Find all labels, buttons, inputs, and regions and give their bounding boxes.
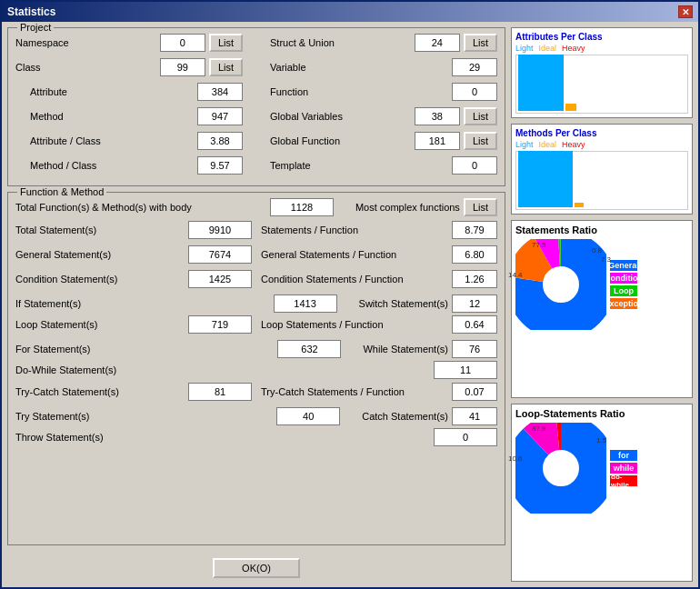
dowhile-value: 11 [434, 361, 497, 379]
legend-for: for [610, 450, 637, 461]
template-label: Template [270, 160, 311, 171]
try-statements-label: Try Statement(s) [15, 411, 90, 422]
methods-bar-chart [515, 151, 688, 210]
function-value: 0 [452, 83, 497, 101]
global-variables-list-button[interactable]: List [464, 107, 497, 125]
loop-legend: for while do-while [610, 450, 637, 486]
meth-ideal-label: Ideal [539, 140, 557, 149]
method-label: Method [15, 111, 64, 122]
trycatch-function-row: Try-Catch Statements / Function 0.07 [261, 383, 497, 401]
loop-dowhile-pct: 1.5 [596, 436, 606, 444]
loop-statements-function-label: Loop Statements / Function [261, 319, 384, 330]
legend-loop: Loop [610, 285, 637, 296]
legend-dowhile: do-while [610, 475, 637, 486]
statements-ratio-title: Statements Ratio [515, 225, 688, 235]
attr-bar-light [518, 55, 564, 111]
meth-light-label: Light [515, 140, 534, 149]
struct-union-list-button[interactable]: List [464, 34, 497, 52]
most-complex-label: Most complex functions [355, 202, 460, 213]
total-fm-label: Total Function(s) & Method(s) with body [15, 202, 192, 213]
statements-function-label: Statements / Function [261, 225, 358, 235]
function-label: Function [270, 86, 308, 97]
window-title: Statistics [7, 5, 55, 18]
global-function-list-button[interactable]: List [464, 132, 497, 150]
method-class-label: Method / Class [15, 160, 96, 171]
legend-loop-color: Loop [610, 285, 637, 296]
legend-condition: Condition [610, 273, 637, 284]
attributes-chart-labels: Light Ideal Heavy [515, 44, 688, 53]
most-complex-list-button[interactable]: List [464, 198, 497, 216]
class-value: 99 [160, 58, 205, 76]
class-row: Class 99 List [15, 58, 243, 76]
method-value: 947 [197, 107, 243, 125]
ok-button[interactable]: OK(O) [213, 558, 300, 578]
function-row: Function 0 [270, 83, 497, 101]
throw-label: Throw Statement(s) [15, 432, 104, 443]
class-list-button[interactable]: List [209, 58, 243, 76]
attribute-value: 384 [197, 83, 243, 101]
attribute-class-row: Attribute / Class 3.88 [15, 132, 243, 150]
struct-union-label: Struct & Union [270, 37, 335, 48]
condition-statements-row: Condition Statement(s) 1425 [15, 270, 252, 288]
methods-per-class-title: Methods Per Class [515, 128, 688, 138]
function-method-group: Function & Method Total Function(s) & Me… [7, 192, 505, 545]
namespace-list-button[interactable]: List [209, 34, 243, 52]
struct-union-value: 24 [415, 34, 460, 52]
general-statements-function-value: 6.80 [452, 245, 497, 264]
stmt-loop-pct: 0.8 [592, 246, 602, 255]
global-function-label: Global Function [270, 135, 340, 146]
namespace-value: 0 [160, 34, 205, 52]
function-method-label: Function & Method [17, 186, 106, 197]
loop-ratio-title: Loop-Statements Ratio [515, 408, 688, 419]
general-statements-value: 7674 [188, 245, 252, 264]
namespace-row: Namespace 0 List [15, 34, 243, 52]
right-panel: Attributes Per Class Light Ideal Heavy M… [511, 27, 693, 582]
loop-statements-label: Loop Statement(s) [15, 319, 98, 330]
trycatch-function-value: 0.07 [452, 383, 497, 401]
variable-row: Variable 29 [270, 58, 497, 76]
attributes-per-class-title: Attributes Per Class [515, 32, 688, 42]
legend-dowhile-color: do-while [610, 475, 637, 486]
while-statements-label: While Statement(s) [363, 344, 448, 354]
loop-ratio-area: 87.9 10.6 1.5 for while [515, 423, 688, 514]
meth-heavy-label: Heavy [562, 140, 585, 149]
while-statements-value: 76 [452, 340, 497, 358]
total-statements-label: Total Statement(s) [15, 225, 96, 235]
global-variables-label: Global Variables [270, 111, 343, 122]
attribute-class-label: Attribute / Class [15, 135, 101, 146]
method-class-value: 9.57 [197, 156, 243, 175]
if-statements-value: 1413 [274, 294, 337, 313]
struct-union-row: Struct & Union 24 List [270, 34, 497, 52]
dowhile-row: Do-While Statement(s) 11 [15, 361, 497, 379]
left-panel: Project Namespace 0 List Class [7, 27, 505, 582]
class-label: Class [15, 62, 41, 73]
legend-exception: Exception [610, 298, 637, 309]
try-statements-value: 40 [276, 407, 340, 425]
methods-per-class-box: Methods Per Class Light Ideal Heavy [511, 124, 693, 215]
loop-statements-value: 719 [188, 315, 252, 334]
close-button[interactable]: ✕ [678, 5, 693, 18]
trycatch-function-label: Try-Catch Statements / Function [261, 386, 405, 397]
total-fm-value: 1128 [270, 198, 334, 216]
condition-statements-function-value: 1.26 [452, 270, 497, 288]
general-statements-function-label: General Statements / Function [261, 249, 396, 260]
statements-pie-chart: 77.5 7.3 0.8 14.4 [515, 239, 606, 330]
statements-ratio-box: Statements Ratio 77.5 [511, 220, 693, 398]
attribute-class-value: 3.88 [197, 132, 243, 150]
statistics-window: Statistics ✕ Project Namespace 0 List [0, 0, 700, 589]
project-group: Project Namespace 0 List Class [7, 27, 505, 186]
variable-value: 29 [452, 58, 497, 76]
loop-for-pct: 87.9 [532, 424, 546, 433]
attr-ideal-label: Ideal [539, 44, 557, 53]
variable-label: Variable [270, 62, 306, 73]
throw-row: Throw Statement(s) 0 [15, 428, 497, 446]
global-variables-value: 38 [415, 107, 460, 125]
attribute-row: Attribute 384 [15, 83, 243, 101]
switch-statements-label: Switch Statement(s) [359, 298, 448, 309]
statements-ratio-area: 77.5 7.3 0.8 14.4 General [515, 239, 688, 330]
general-statements-row: General Statement(s) 7674 [15, 245, 252, 264]
statements-legend: General Condition Loop [610, 260, 637, 309]
meth-bar-light [518, 151, 573, 207]
title-bar: Statistics ✕ [2, 2, 698, 22]
loop-statements-function-row: Loop Statements / Function 0.64 [261, 315, 497, 334]
